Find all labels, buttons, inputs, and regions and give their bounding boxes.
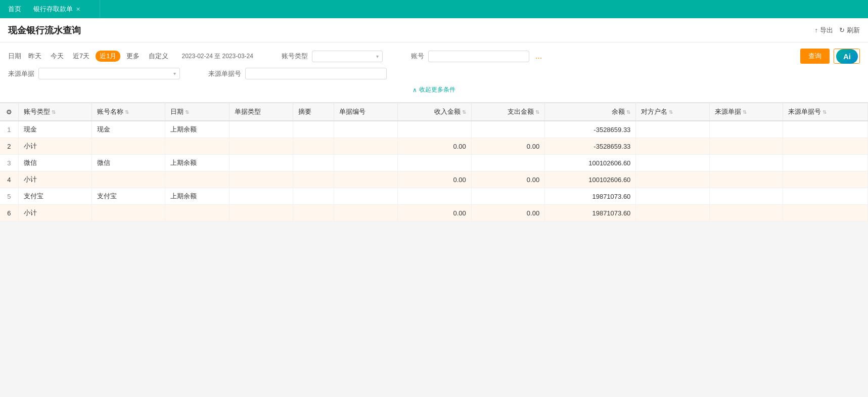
table-row[interactable]: 4小计0.000.00100102606.60 <box>0 171 868 188</box>
col-gear[interactable]: ⚙ <box>0 103 18 121</box>
cell-source-doc <box>709 138 783 155</box>
cell-account-type: 支付宝 <box>18 188 92 205</box>
page-header: 现金银行流水查询 ↑ 导出 ↻ 刷新 <box>0 18 868 42</box>
table-row[interactable]: 6小计0.000.0019871073.60 <box>0 205 868 222</box>
cell-doc-type <box>229 155 293 171</box>
dots-button[interactable]: ... <box>533 52 544 61</box>
cell-account-name: 微信 <box>92 155 165 171</box>
cell-income <box>398 155 471 171</box>
date-btn-today[interactable]: 今天 <box>48 51 67 62</box>
date-label: 日期 <box>8 52 21 61</box>
cell-counterparty <box>636 205 709 222</box>
col-counterparty[interactable]: 对方户名⇅ <box>636 103 709 121</box>
date-range-display: 2023-02-24 至 2023-03-24 <box>181 52 253 61</box>
col-date[interactable]: 日期⇅ <box>165 103 229 121</box>
cell-source-doc-no <box>783 171 868 188</box>
cell-expense: 0.00 <box>471 171 544 188</box>
col-summary[interactable]: 摘要 <box>293 103 334 121</box>
cell-balance: 100102606.60 <box>545 171 636 188</box>
ai-badge[interactable]: Ai <box>836 49 858 64</box>
cell-num: 5 <box>0 188 18 205</box>
col-balance[interactable]: 余额⇅ <box>545 103 636 121</box>
cell-account-name: 支付宝 <box>92 188 165 205</box>
col-expense[interactable]: 支出金额⇅ <box>471 103 544 121</box>
cell-counterparty <box>636 121 709 138</box>
nav-home[interactable]: 首页 <box>2 0 27 18</box>
data-table: ⚙ 账号类型⇅ 账号名称⇅ 日期⇅ 单据类型 摘要 单据编号 收入金额⇅ <box>0 103 868 222</box>
cell-num: 2 <box>0 138 18 155</box>
page-title: 现金银行流水查询 <box>8 24 81 36</box>
cell-source-doc <box>709 205 783 222</box>
nav-tab-bank-deposit[interactable]: 银行存取款单✕ <box>27 0 100 18</box>
cell-doc-type <box>229 121 293 138</box>
gear-icon: ⚙ <box>6 108 12 116</box>
cell-source-doc <box>709 155 783 171</box>
cell-doc-no <box>334 121 398 138</box>
collapse-bar[interactable]: ∧ 收起更多条件 <box>8 83 860 96</box>
export-button[interactable]: ↑ 导出 <box>815 26 834 35</box>
cell-account-type: 小计 <box>18 138 92 155</box>
cell-date <box>165 138 229 155</box>
table-row[interactable]: 3微信微信上期余额100102606.60 <box>0 155 868 171</box>
cell-expense: 0.00 <box>471 138 544 155</box>
query-button[interactable]: 查询 <box>800 49 830 64</box>
cell-balance: 100102606.60 <box>545 155 636 171</box>
account-input[interactable] <box>428 51 529 62</box>
source-doc-no-label: 来源单据号 <box>208 69 241 78</box>
header-actions: ↑ 导出 ↻ 刷新 <box>815 26 860 35</box>
cell-source-doc-no <box>783 155 868 171</box>
col-doc-no[interactable]: 单据编号 <box>334 103 398 121</box>
sort-icon-source-doc-no: ⇅ <box>823 109 827 115</box>
cell-source-doc-no <box>783 138 868 155</box>
account-filter: 账号 ... <box>411 51 544 62</box>
col-account-type[interactable]: 账号类型⇅ <box>18 103 92 121</box>
cell-balance: 19871073.60 <box>545 205 636 222</box>
table-row[interactable]: 5支付宝支付宝上期余额19871073.60 <box>0 188 868 205</box>
cell-counterparty <box>636 138 709 155</box>
close-icon[interactable]: ✕ <box>76 6 80 13</box>
account-type-select[interactable]: 现金 微信 支付宝 <box>312 51 383 62</box>
date-btn-7days[interactable]: 近7天 <box>70 51 93 62</box>
cell-doc-type <box>229 205 293 222</box>
date-btn-more[interactable]: 更多 <box>123 51 143 62</box>
cell-date: 上期余额 <box>165 121 229 138</box>
cell-summary <box>293 171 334 188</box>
cell-account-type: 小计 <box>18 205 92 222</box>
cell-expense <box>471 188 544 205</box>
source-doc-select[interactable] <box>38 68 180 79</box>
cell-account-type: 现金 <box>18 121 92 138</box>
col-account-name[interactable]: 账号名称⇅ <box>92 103 165 121</box>
cell-doc-no <box>334 155 398 171</box>
cell-doc-type <box>229 188 293 205</box>
cell-income: 0.00 <box>398 171 471 188</box>
cell-account-name <box>92 205 165 222</box>
cell-doc-no <box>334 138 398 155</box>
collapse-icon: ∧ <box>413 86 417 94</box>
nav-tabs-container: 收款单✕付款单✕其他收入单✕应收应付调整单✕银行存取款单✕预收冲应收单✕收款核销… <box>27 0 100 18</box>
cell-date <box>165 171 229 188</box>
account-type-select-wrapper: 现金 微信 支付宝 ▾ <box>312 51 383 62</box>
col-income[interactable]: 收入金额⇅ <box>398 103 471 121</box>
cell-doc-type <box>229 171 293 188</box>
date-btn-1month[interactable]: 近1月 <box>96 51 120 62</box>
table-header-row: ⚙ 账号类型⇅ 账号名称⇅ 日期⇅ 单据类型 摘要 单据编号 收入金额⇅ <box>0 103 868 121</box>
table-row[interactable]: 2小计0.000.00-3528659.33 <box>0 138 868 155</box>
col-source-doc[interactable]: 来源单据⇅ <box>709 103 783 121</box>
col-source-doc-no[interactable]: 来源单据号⇅ <box>783 103 868 121</box>
account-type-filter: 账号类型 现金 微信 支付宝 ▾ <box>282 51 383 62</box>
cell-source-doc-no <box>783 121 868 138</box>
col-doc-type[interactable]: 单据类型 <box>229 103 293 121</box>
refresh-button[interactable]: ↻ 刷新 <box>839 26 860 35</box>
date-btn-custom[interactable]: 自定义 <box>146 51 171 62</box>
table-header: ⚙ 账号类型⇅ 账号名称⇅ 日期⇅ 单据类型 摘要 单据编号 收入金额⇅ <box>0 103 868 121</box>
table-row[interactable]: 1现金现金上期余额-3528659.33 <box>0 121 868 138</box>
source-doc-select-wrapper: ▾ <box>38 68 180 79</box>
source-doc-no-input[interactable] <box>245 68 387 79</box>
account-label: 账号 <box>411 52 424 61</box>
cell-summary <box>293 205 334 222</box>
cell-summary <box>293 188 334 205</box>
date-btn-yesterday[interactable]: 昨天 <box>25 51 44 62</box>
cell-balance: 19871073.60 <box>545 188 636 205</box>
date-filter: 日期 昨天 今天 近7天 近1月 更多 自定义 <box>8 51 171 62</box>
cell-expense: 0.00 <box>471 205 544 222</box>
